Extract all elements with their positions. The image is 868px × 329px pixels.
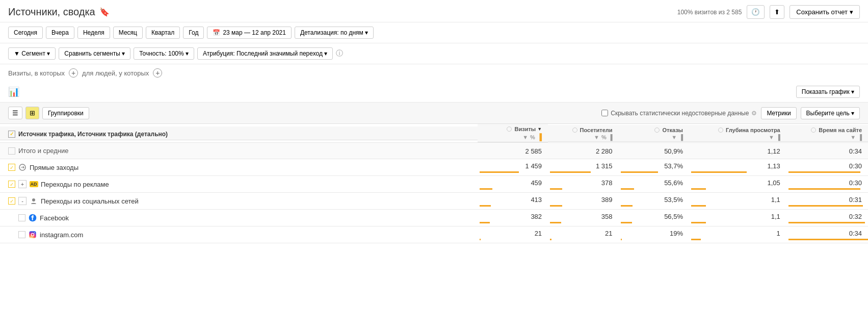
filter-icon: ▼: [14, 50, 21, 57]
metric-cell-time: 0:32: [786, 210, 868, 226]
attribution-button[interactable]: Атрибуция: Последний значимый переход ▾: [197, 47, 333, 60]
metric-cell-users: 358: [548, 210, 618, 226]
bookmark-icon[interactable]: 🔖: [99, 7, 110, 17]
metric-bar: [788, 239, 868, 240]
export-button[interactable]: ⬆: [770, 5, 784, 19]
bar-users-icon[interactable]: ▐: [609, 134, 613, 140]
metric-bar: [550, 239, 551, 240]
page-title: Источники, сводка 🔖: [8, 6, 110, 18]
accuracy-button[interactable]: Точность: 100% ▾: [134, 47, 194, 60]
row-checkbox[interactable]: ✓: [8, 164, 15, 171]
expand-button[interactable]: -: [18, 197, 27, 205]
metric-value: 2 280: [548, 145, 618, 156]
save-report-button[interactable]: Сохранить отчет ▾: [790, 5, 860, 19]
settings-icon[interactable]: ⚙: [751, 110, 757, 117]
show-chart-button[interactable]: Показать график ▾: [796, 86, 860, 98]
filter-time-icon[interactable]: ▼: [850, 134, 856, 140]
expand-button[interactable]: +: [18, 180, 27, 188]
list-view-button[interactable]: ☰: [8, 107, 22, 119]
data-table: ✓ Источник трафика, Источник трафика (де…: [0, 124, 868, 243]
row-checkbox[interactable]: [18, 214, 25, 221]
metric-cell-depth: 1,1: [689, 193, 786, 210]
clock-button[interactable]: 🕐: [747, 5, 765, 19]
info-icon[interactable]: ⓘ: [336, 49, 343, 58]
visits-radio[interactable]: [507, 126, 512, 132]
row-label: Переходы из социальных сетей: [41, 197, 139, 205]
percent-users-icon[interactable]: %: [601, 134, 607, 140]
segment-bar: ▼ Сегмент ▾ Сравнить сегменты ▾ Точность…: [0, 43, 868, 64]
row-checkbox[interactable]: ✓: [8, 181, 15, 188]
compare-segments-button[interactable]: Сравнить сегменты ▾: [59, 47, 130, 60]
metric-value: 0:31: [786, 194, 868, 205]
quarter-button[interactable]: Квартал: [146, 27, 180, 39]
row-checkbox[interactable]: [18, 231, 25, 238]
metric-value: 53,5%: [619, 194, 689, 205]
table-controls-left: ☰ ⊞ Группировки: [8, 107, 89, 119]
groupings-button[interactable]: Группировки: [42, 107, 89, 119]
metric-cell-visits: 1 459: [478, 159, 548, 176]
svg-point-5: [34, 233, 35, 234]
metric-value: 1,12: [689, 145, 786, 156]
filter-users-icon[interactable]: ▼: [594, 134, 599, 140]
metric-value: 1,1: [689, 194, 786, 205]
metric-bar: [788, 205, 863, 207]
year-button[interactable]: Год: [183, 27, 204, 39]
metric-value: 0:30: [786, 160, 868, 171]
row-label: Итого и средние: [18, 147, 68, 155]
metric-cell-time: 0:30: [786, 176, 868, 193]
metric-value: 0:34: [786, 227, 868, 238]
filter-visits-icon[interactable]: ▼: [522, 134, 528, 140]
metric-value: 459: [478, 177, 548, 188]
table-controls: ☰ ⊞ Группировки Скрывать статистически н…: [0, 103, 868, 124]
percent-visits-icon[interactable]: %: [530, 134, 535, 140]
month-button[interactable]: Месяц: [113, 27, 143, 39]
metric-cell-visits: 2 585: [478, 143, 548, 159]
metric-cell-visits: 21: [478, 226, 548, 243]
bar-depth-icon[interactable]: ▐: [776, 134, 780, 140]
hide-stats-checkbox[interactable]: [601, 110, 608, 116]
filter-depth-icon[interactable]: ▼: [769, 134, 774, 140]
grid-view-button[interactable]: ⊞: [25, 107, 39, 119]
metric-value: 55,6%: [619, 177, 689, 188]
col-header-visits: Визиты ▼ ▼ % ▐: [478, 124, 548, 143]
metrics-button[interactable]: Метрики: [761, 107, 796, 119]
bar-bounces-icon[interactable]: ▐: [679, 134, 683, 140]
bounces-radio[interactable]: [654, 128, 660, 133]
metric-value: 2 585: [478, 145, 548, 156]
metric-cell-visits: 382: [478, 210, 548, 226]
date-range-button[interactable]: 📅 23 мар — 12 апр 2021: [207, 27, 292, 39]
add-people-filter-button[interactable]: +: [153, 68, 162, 78]
add-visits-filter-button[interactable]: +: [69, 68, 78, 78]
visits-label: Визиты: [514, 126, 536, 132]
detail-button[interactable]: Детализация: по дням ▾: [295, 27, 374, 39]
table-header-row: ✓ Источник трафика, Источник трафика (де…: [0, 124, 868, 143]
metric-bar: [691, 188, 706, 190]
metric-value: 378: [548, 177, 618, 188]
metric-cell-bounces: 53,7%: [619, 159, 689, 176]
hide-stats-text: Скрывать статистически недостоверные дан…: [611, 110, 749, 117]
metric-value: 0:34: [786, 145, 868, 156]
row-checkbox[interactable]: [8, 147, 15, 155]
metric-cell-depth: 1,12: [689, 143, 786, 159]
bounces-label: Отказы: [662, 127, 683, 133]
yesterday-button[interactable]: Вчера: [46, 27, 74, 39]
col-name-label: Источник трафика, Источник трафика (дета…: [18, 131, 168, 138]
segment-button[interactable]: ▼ Сегмент ▾: [8, 47, 56, 60]
metric-value: 0:32: [786, 211, 868, 221]
filter-bounces-icon[interactable]: ▼: [671, 134, 677, 140]
metric-cell-users: 1 315: [548, 159, 618, 176]
bar-time-icon[interactable]: ▐: [858, 134, 862, 140]
time-radio[interactable]: [811, 128, 816, 133]
choose-goal-button[interactable]: Выберите цель ▾: [801, 107, 860, 119]
depth-radio[interactable]: [718, 128, 723, 133]
metric-cell-bounces: 55,6%: [619, 176, 689, 193]
metric-value: 1 459: [478, 160, 548, 171]
today-button[interactable]: Сегодня: [8, 27, 43, 39]
row-checkbox[interactable]: ✓: [8, 197, 15, 205]
bar-visits-icon[interactable]: ▐: [537, 133, 542, 141]
header-checkbox[interactable]: ✓: [8, 131, 15, 138]
metric-value: 19%: [619, 227, 689, 238]
row-label: Прямые заходы: [30, 164, 78, 171]
week-button[interactable]: Неделя: [77, 27, 110, 39]
users-radio[interactable]: [572, 128, 577, 133]
